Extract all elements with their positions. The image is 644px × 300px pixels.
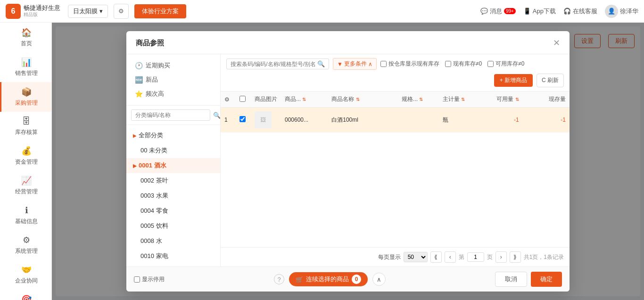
sidebar-item-库存核算[interactable]: 🗄库存核算 — [0, 112, 51, 141]
user-item[interactable]: 👤 徐泽华 — [605, 5, 638, 18]
select-all-checkbox[interactable] — [239, 96, 246, 102]
sidebar-label-5: 经营管理 — [15, 188, 38, 196]
sidebar-item-资金管理[interactable]: 💰资金管理 — [0, 141, 51, 171]
page-last-button[interactable]: ⟫ — [510, 251, 521, 263]
cat-label-4: 0003 水果 — [140, 192, 168, 200]
sidebar-icon-0: 🏠 — [21, 27, 32, 38]
show-disabled-checkbox[interactable] — [134, 276, 140, 283]
sidebar-item-系统管理[interactable]: ⚙系统管理 — [0, 230, 51, 260]
page-prev-button[interactable]: ‹ — [445, 251, 456, 263]
online-service-label: 在线客服 — [573, 7, 597, 16]
check-usable-input[interactable] — [487, 61, 494, 67]
col-avail-header[interactable]: 可用量 ⇅ — [476, 92, 523, 108]
modal-body: 🕐近期购买🆕新品⭐频次高 🔍 ▶全部分类00 未分类▶0001 酒水0002 茶… — [126, 54, 570, 267]
row-checkbox-0[interactable] — [239, 116, 246, 122]
add-product-button[interactable]: + 新增商品 — [494, 74, 533, 87]
sidebar-item-销售管理[interactable]: 📊销售管理 — [0, 52, 51, 82]
cat-label-2: 0001 酒水 — [139, 161, 166, 170]
col-unit-header[interactable]: 主计量 ⇅ — [439, 92, 476, 108]
quick-nav-item-0[interactable]: 🕐近期购买 — [131, 59, 215, 72]
sidebar-label-0: 首页 — [21, 40, 32, 48]
category-item-6[interactable]: 0005 饮料 — [126, 218, 220, 233]
message-label: 消息 — [490, 7, 502, 16]
category-item-0[interactable]: ▶全部分类 — [126, 128, 220, 143]
check-avail-input[interactable] — [445, 61, 451, 67]
category-item-7[interactable]: 0008 水 — [126, 233, 220, 249]
show-disabled-label[interactable]: 显示停用 — [134, 275, 165, 283]
cart-label: 连续选择的商品 — [306, 275, 349, 283]
category-search-icon[interactable]: 🔍 — [213, 112, 221, 119]
quick-label-0: 近期购买 — [146, 61, 170, 70]
product-search-icon[interactable]: 🔍 — [317, 60, 325, 67]
message-nav-item[interactable]: 💬 消息 99+ — [480, 7, 516, 16]
per-page-select[interactable]: 501020100 — [404, 252, 428, 262]
cat-label-3: 0002 茶叶 — [140, 176, 168, 185]
col-name-header[interactable]: 商品名称 ⇅ — [328, 92, 398, 108]
category-item-3[interactable]: 0002 茶叶 — [126, 173, 220, 188]
check-by-warehouse-input[interactable] — [380, 61, 387, 67]
refresh-table-button[interactable]: C 刷新 — [537, 74, 564, 87]
table-row-0[interactable]: 1 🖼 000600... 白酒100ml 瓶 -1 -1 — [221, 108, 570, 133]
sidebar-icon-9: 🎯 — [21, 294, 32, 300]
category-item-4[interactable]: 0003 水果 — [126, 188, 220, 203]
page-number-input[interactable] — [467, 252, 484, 262]
cart-button[interactable]: 🛒 连续选择的商品 0 — [289, 272, 368, 286]
col-stock-label: 现存量 — [549, 96, 566, 102]
message-icon: 💬 — [480, 8, 488, 15]
help-icon[interactable]: ? — [274, 274, 284, 284]
col-spec-header[interactable]: 规格... ⇅ — [398, 92, 439, 108]
col-code-header[interactable]: 商品... ⇅ — [281, 92, 328, 108]
sidebar-item-基础信息[interactable]: ℹ基础信息 — [0, 200, 51, 230]
category-item-8[interactable]: 0010 家电 — [126, 249, 220, 264]
sidebar-label-4: 资金管理 — [15, 158, 38, 166]
product-reference-modal: 商品参照 ✕ 🕐近期购买🆕新品⭐频次高 🔍 — [126, 31, 570, 292]
total-info: 共1页，1条记录 — [524, 253, 564, 261]
experience-button[interactable]: 体验行业方案 — [134, 4, 186, 18]
settings-button[interactable]: ⚙ — [114, 4, 129, 19]
col-stock-header[interactable]: 现存量 — [523, 92, 570, 108]
app-download-label: App下载 — [533, 7, 556, 16]
filter-checkboxes: 按仓库显示现有库存 现有库存≠0 可用库存≠0 — [380, 60, 525, 68]
sidebar-item-采购管理[interactable]: 📦采购管理 — [0, 82, 51, 112]
app-download-item[interactable]: 📱 App下载 — [523, 7, 556, 16]
category-search-input[interactable] — [131, 109, 210, 121]
quick-nav-item-2[interactable]: ⭐频次高 — [131, 87, 215, 100]
filter-button[interactable]: ▼ 更多条件 ∧ — [333, 58, 377, 70]
page-first-button[interactable]: ⟪ — [430, 251, 442, 263]
sidebar-item-经营管理[interactable]: 📈经营管理 — [0, 171, 51, 200]
modal-close-button[interactable]: ✕ — [553, 38, 560, 48]
footer-center: ? 🛒 连续选择的商品 0 ∧ — [169, 272, 490, 286]
category-item-1[interactable]: 00 未分类 — [126, 143, 220, 158]
sidebar-item-企业协同[interactable]: 🤝企业协同 — [0, 260, 51, 290]
check-usable-text: 可用库存≠0 — [495, 60, 524, 68]
check-by-warehouse-label[interactable]: 按仓库显示现有库存 — [380, 60, 439, 68]
cancel-button[interactable]: 取消 — [495, 272, 527, 287]
col-settings-header[interactable]: ⚙ — [221, 92, 236, 108]
quick-nav-item-1[interactable]: 🆕新品 — [131, 73, 215, 86]
sidebar-item-首页[interactable]: 🏠首页 — [0, 23, 51, 52]
sidebar-icon-5: 📈 — [21, 175, 32, 186]
col-checkbox-header[interactable] — [236, 92, 251, 108]
logo-text: 畅捷通好生意 — [24, 4, 60, 12]
sidebar-item-新手引导[interactable]: 🎯新手引导 — [0, 290, 51, 300]
check-avail-label[interactable]: 现有库存≠0 — [445, 60, 482, 68]
category-panel: 🕐近期购买🆕新品⭐频次高 🔍 ▶全部分类00 未分类▶0001 酒水0002 茶… — [126, 54, 221, 267]
cell-cb-0[interactable] — [236, 108, 251, 133]
modal-header: 商品参照 ✕ — [126, 31, 570, 54]
product-search-input[interactable] — [231, 61, 315, 67]
check-usable-label[interactable]: 可用库存≠0 — [487, 60, 524, 68]
store-selector[interactable]: 日太阳膜 ▾ — [68, 5, 108, 18]
page-next-button[interactable]: › — [495, 251, 507, 263]
nav-right: 💬 消息 99+ 📱 App下载 🎧 在线客服 👤 徐泽华 — [480, 5, 638, 18]
confirm-button[interactable]: 确定 — [531, 272, 562, 287]
category-list: ▶全部分类00 未分类▶0001 酒水0002 茶叶0003 水果0004 零食… — [126, 125, 220, 267]
category-item-2[interactable]: ▶0001 酒水 — [126, 158, 220, 173]
avatar: 👤 — [605, 5, 618, 18]
logo-text-wrap: 畅捷通好生意 精品版 — [24, 4, 60, 18]
online-service-item[interactable]: 🎧 在线客服 — [563, 7, 597, 16]
cell-unit-0: 瓶 — [439, 108, 476, 133]
quick-nav-panel: 🕐近期购买🆕新品⭐频次高 — [126, 54, 220, 106]
collapse-cart-button[interactable]: ∧ — [372, 273, 386, 286]
category-item-5[interactable]: 0004 零食 — [126, 203, 220, 218]
cat-label-7: 0008 水 — [140, 237, 162, 245]
